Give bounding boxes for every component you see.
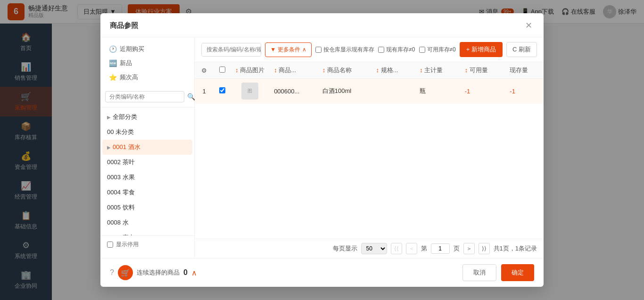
- page-unit: 页: [454, 244, 460, 253]
- cat-item-appliances[interactable]: 0010 家电: [102, 230, 192, 235]
- td-row-num: 1: [195, 79, 214, 104]
- checkbox-available-nonzero-label: 可用库存≠0: [427, 46, 456, 54]
- th-checkbox: [214, 62, 231, 79]
- th-unit: ↕ 主计量: [415, 62, 460, 79]
- cart-label: 连续选择的商品: [137, 268, 180, 277]
- arrow-right-icon-alcohol: ▶: [107, 145, 111, 150]
- th-settings: ⚙: [195, 62, 214, 79]
- star-icon: ⭐: [109, 74, 117, 81]
- next-page-button[interactable]: ＞: [463, 243, 475, 254]
- add-product-button[interactable]: + 新增商品: [460, 42, 503, 57]
- quick-link-recent-label: 近期购买: [120, 45, 144, 53]
- cancel-button[interactable]: 取消: [462, 264, 496, 281]
- th-spec-label: 规格...: [381, 67, 398, 74]
- th-name-label: 商品名称: [327, 67, 352, 74]
- filter-button[interactable]: ▼ 更多条件 ∧: [265, 42, 312, 57]
- checkbox-available-nonzero[interactable]: 可用库存≠0: [419, 46, 456, 54]
- first-page-button[interactable]: ⟨⟨: [391, 243, 402, 254]
- gear-icon[interactable]: ⚙: [201, 67, 207, 74]
- category-search-icon[interactable]: 🔍: [187, 93, 195, 100]
- cat-item-fruit[interactable]: 0003 水果: [102, 170, 192, 185]
- product-panel: 🔍 ▼ 更多条件 ∧ 按仓库显示现有库存 现有库存≠0: [195, 37, 544, 258]
- checkbox-stock-nonzero[interactable]: 现有库存≠0: [378, 46, 415, 54]
- filter-label: 更多条件: [278, 46, 300, 54]
- filter-arrow-icon: ∧: [302, 46, 306, 53]
- clock-icon: 🕐: [109, 45, 117, 53]
- row-checkbox[interactable]: [219, 87, 225, 93]
- modal-body: 🕐 近期购买 🆕 新品 ⭐ 频次高 🔍: [100, 37, 544, 258]
- th-spec-sort-icon: ↕: [376, 67, 379, 74]
- prev-page-button[interactable]: ＜: [406, 243, 417, 254]
- close-icon[interactable]: ✕: [523, 20, 534, 31]
- show-disabled-checkbox[interactable]: [107, 242, 113, 248]
- cat-item-tea[interactable]: 0002 茶叶: [102, 155, 192, 170]
- modal-header: 商品参照 ✕: [100, 13, 544, 37]
- cat-label-water: 0008 水: [107, 218, 129, 227]
- product-table: ⚙ ↕ 商品图片 ↕: [195, 62, 544, 104]
- th-available-sort-icon: ↕: [465, 67, 468, 74]
- page-number-input[interactable]: [431, 243, 450, 254]
- cat-label-alcohol: 0001 酒水: [113, 143, 140, 151]
- cat-label-tea: 0002 茶叶: [107, 158, 135, 167]
- refresh-button[interactable]: C 刷新: [506, 42, 537, 57]
- td-image: 图: [231, 79, 269, 104]
- cat-item-drinks[interactable]: 0005 饮料: [102, 200, 192, 215]
- category-panel: 🕐 近期购买 🆕 新品 ⭐ 频次高 🔍: [100, 37, 195, 258]
- help-icon[interactable]: ?: [110, 268, 114, 277]
- th-code: ↕ 商品...: [269, 62, 318, 79]
- quick-links: 🕐 近期购买 🆕 新品 ⭐ 频次高: [100, 42, 194, 84]
- td-stock: -1: [505, 79, 544, 104]
- th-image-label: 商品图片: [240, 67, 264, 74]
- th-unit-sort-icon: ↕: [420, 67, 423, 74]
- cat-label-fruit: 0003 水果: [107, 173, 135, 182]
- cat-item-alcohol[interactable]: ▶ 0001 酒水: [102, 140, 192, 155]
- pagination-bar: 每页显示 50 100 ⟨⟨ ＜ 第 页 ＞ ⟩⟩ 共1页，1条记录: [195, 239, 544, 258]
- cart-section: ? 🛒 连续选择的商品 0 ∧: [110, 265, 457, 280]
- category-search-input[interactable]: [105, 91, 184, 102]
- checkbox-warehouse-input[interactable]: [315, 47, 322, 53]
- toolbar-right: + 新增商品 C 刷新: [460, 42, 537, 57]
- per-page-select[interactable]: 50 100: [361, 243, 387, 254]
- page-info: 共1页，1条记录: [494, 244, 537, 253]
- cat-label-snacks: 0004 零食: [107, 188, 135, 197]
- checkbox-stock-nonzero-input[interactable]: [378, 47, 384, 53]
- show-disabled-label: 显示停用: [116, 241, 139, 249]
- quick-link-frequent[interactable]: ⭐ 频次高: [105, 70, 190, 84]
- td-unit: 瓶: [415, 79, 460, 104]
- category-list: ▶ 全部分类 00 未分类 ▶ 0001 酒水 0002 茶叶 0003 水果: [100, 109, 194, 235]
- td-checkbox: [214, 79, 231, 104]
- table-row[interactable]: 1 图 000600... 白酒100ml 瓶: [195, 79, 544, 104]
- th-name-sort-icon: ↕: [322, 67, 326, 74]
- th-code-label: 商品...: [279, 67, 296, 74]
- new-icon: 🆕: [109, 59, 117, 67]
- quick-link-new[interactable]: 🆕 新品: [105, 56, 190, 70]
- th-available-label: 可用量: [470, 67, 488, 74]
- th-code-sort-icon: ↕: [274, 67, 277, 74]
- modal-overlay: 商品参照 ✕ 🕐 近期购买 🆕 新品 ⭐: [0, 0, 644, 300]
- checkbox-stock-nonzero-label: 现有库存≠0: [386, 46, 415, 54]
- product-search-input[interactable]: [202, 43, 261, 56]
- cat-item-uncategorized[interactable]: 00 未分类: [102, 125, 192, 140]
- confirm-button[interactable]: 确定: [501, 264, 534, 281]
- select-all-checkbox[interactable]: [219, 67, 225, 73]
- cat-item-water[interactable]: 0008 水: [102, 215, 192, 230]
- quick-link-recent[interactable]: 🕐 近期购买: [105, 42, 190, 56]
- arrow-right-icon: ▶: [107, 115, 111, 120]
- product-search-wrap: 🔍: [201, 43, 261, 57]
- table-header-row: ⚙ ↕ 商品图片 ↕: [195, 62, 544, 79]
- collapse-icon[interactable]: ∧: [191, 268, 197, 277]
- quick-link-new-label: 新品: [120, 59, 132, 67]
- show-disabled-row: 显示停用: [100, 235, 194, 253]
- modal-footer: ? 🛒 连续选择的商品 0 ∧ 取消 确定: [100, 258, 544, 287]
- cat-label-all: 全部分类: [113, 113, 137, 121]
- filter-icon: ▼: [270, 46, 276, 53]
- cat-item-snacks[interactable]: 0004 零食: [102, 185, 192, 200]
- th-name: ↕ 商品名称: [318, 62, 372, 79]
- product-reference-modal: 商品参照 ✕ 🕐 近期购买 🆕 新品 ⭐: [100, 13, 544, 287]
- checkbox-available-nonzero-input[interactable]: [419, 47, 425, 53]
- cart-icon: 🛒: [118, 265, 133, 280]
- checkbox-warehouse[interactable]: 按仓库显示现有库存: [315, 46, 374, 54]
- cat-item-all[interactable]: ▶ 全部分类: [102, 109, 192, 125]
- last-page-button[interactable]: ⟩⟩: [479, 243, 490, 254]
- toolbar: 🔍 ▼ 更多条件 ∧ 按仓库显示现有库存 现有库存≠0: [195, 37, 544, 62]
